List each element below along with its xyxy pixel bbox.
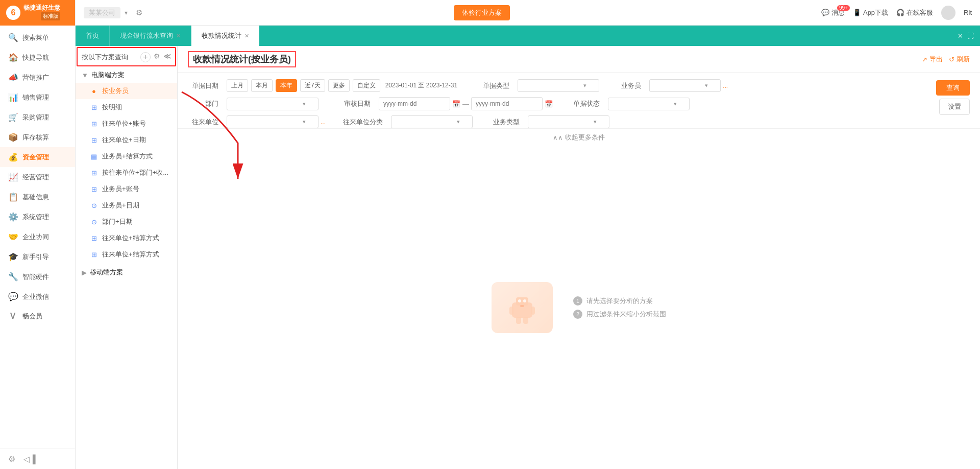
partner-dept-icon: ⊞ xyxy=(90,169,98,177)
sidebar-item-search[interactable]: 🔍 搜索菜单 xyxy=(0,28,75,48)
set-btn[interactable]: 设置 xyxy=(939,99,970,115)
review-date-cal2-icon[interactable]: 📅 xyxy=(545,100,553,108)
date-btn-more[interactable]: 更多 xyxy=(328,79,350,92)
empty-tip-2: 2 用过滤条件来缩小分析范围 xyxy=(573,310,666,319)
tree-child-dept-date[interactable]: ⊙ 部门+日期 xyxy=(76,214,177,230)
partner-class-select[interactable]: ▾ xyxy=(391,115,473,128)
collapse-label: 收起更多条件 xyxy=(565,133,605,142)
settings-gear-icon[interactable]: ⚙ xyxy=(8,454,15,464)
sidebar-item-base[interactable]: 📋 基础信息 xyxy=(0,187,75,207)
partner-settle2-icon: ⊞ xyxy=(90,251,98,259)
tree-child-label: 业务员+日期 xyxy=(102,201,139,210)
add-scheme-icon[interactable]: + xyxy=(140,52,151,62)
sidebar-item-stock[interactable]: 📦 库存核算 xyxy=(0,127,75,147)
sidebar-item-marketing[interactable]: 📣 营销推广 xyxy=(0,67,75,87)
svg-rect-5 xyxy=(509,307,513,315)
tree-root-desktop[interactable]: ▼ 电脑端方案 xyxy=(76,67,177,83)
sidebar-item-label: 系统管理 xyxy=(22,213,49,222)
app-download-btn[interactable]: 📱 App下载 xyxy=(853,8,888,17)
tree-child-partner-settle2[interactable]: ⊞ 往来单位+结算方式 xyxy=(76,246,177,263)
trial-btn[interactable]: 体验行业方案 xyxy=(454,5,510,20)
scheme-settings-icon[interactable]: ⚙ xyxy=(154,52,160,62)
partner-select[interactable]: ▾ xyxy=(227,115,318,128)
sidebar-item-label: 采购管理 xyxy=(22,113,49,122)
sidebar-item-guide[interactable]: 🎓 新手引导 xyxy=(0,247,75,267)
review-date-start[interactable] xyxy=(379,97,450,110)
collapse-sidebar-icon[interactable]: ◁▐ xyxy=(23,454,35,464)
sidebar-item-system[interactable]: ⚙️ 系统管理 xyxy=(0,207,75,227)
date-btn-prev-month[interactable]: 上月 xyxy=(227,79,248,92)
tab-home[interactable]: 首页 xyxy=(76,26,110,46)
biz-type-label: 业务类型 xyxy=(489,118,520,127)
date-btn-custom[interactable]: 自定义 xyxy=(353,79,380,92)
tab-receipt[interactable]: 收款情况统计 ✕ xyxy=(191,26,259,46)
window-close-icon[interactable]: ✕ xyxy=(958,32,963,40)
sidebar-item-label: 新手引导 xyxy=(22,252,49,262)
hardware-icon: 🔧 xyxy=(8,272,17,282)
partner-more-btn[interactable]: ... xyxy=(321,119,326,126)
doc-type-select[interactable]: ▾ xyxy=(518,79,599,92)
tree-child-partner-account[interactable]: ⊞ 往来单位+账号 xyxy=(76,115,177,132)
tree-child-salesperson-settle[interactable]: ▤ 业务员+结算方式 xyxy=(76,148,177,165)
tab-bank-close-icon[interactable]: ✕ xyxy=(176,33,181,39)
service-btn[interactable]: 🎧 在线客服 xyxy=(896,8,933,17)
wechat-icon: 💬 xyxy=(8,292,17,301)
query-btn[interactable]: 查询 xyxy=(936,80,970,96)
review-date-cal1-icon[interactable]: 📅 xyxy=(452,100,460,108)
sidebar-item-enterprise[interactable]: 🤝 企业协同 xyxy=(0,227,75,247)
tab-home-label: 首页 xyxy=(86,31,99,40)
salesperson-more-btn[interactable]: ... xyxy=(723,82,728,89)
tree-root-mobile[interactable]: ▶ 移动端方案 xyxy=(76,265,177,280)
tree-child-by-detail[interactable]: ⊞ 按明细 xyxy=(76,99,177,115)
sidebar-item-nav[interactable]: 🏠 快捷导航 xyxy=(0,48,75,67)
empty-content-row: 1 请先选择要分析的方案 2 用过滤条件来缩小分析范围 xyxy=(492,282,666,333)
review-date-end[interactable] xyxy=(471,97,543,110)
partner-class-label: 往来单位分类 xyxy=(342,118,383,127)
tab-bank[interactable]: 现金银行流水查询 ✕ xyxy=(110,26,191,46)
msg-badge: 99+ xyxy=(837,5,850,11)
export-btn[interactable]: ↗ 导出 xyxy=(922,55,943,64)
msg-btn[interactable]: 💬 消息 99+ xyxy=(821,8,845,17)
salesperson-arrow-icon: ▾ xyxy=(705,82,708,89)
sidebar-item-wechat[interactable]: 💬 企业微信 xyxy=(0,287,75,307)
date-btn-7days[interactable]: 近7天 xyxy=(300,79,325,92)
sidebar-item-member[interactable]: V 畅会员 xyxy=(0,307,75,326)
sidebar-item-finance[interactable]: 💰 资金管理 xyxy=(0,147,75,167)
topbar-gear-icon[interactable]: ⚙ xyxy=(136,8,142,17)
sidebar-item-operation[interactable]: 📈 经营管理 xyxy=(0,167,75,187)
sidebar-item-purchase[interactable]: 🛒 采购管理 xyxy=(0,107,75,127)
tree-child-label: 业务员+结算方式 xyxy=(102,152,153,161)
collapse-panel-icon[interactable]: ≪ xyxy=(163,52,171,62)
doc-status-select[interactable]: ▾ xyxy=(608,98,690,110)
salesperson-select[interactable]: ▾ xyxy=(649,79,721,92)
tree-child-partner-date[interactable]: ⊞ 往来单位+日期 xyxy=(76,132,177,148)
tree-child-salesperson-account[interactable]: ⊞ 业务员+账号 xyxy=(76,181,177,197)
refresh-btn[interactable]: ↺ 刷新 xyxy=(949,55,970,64)
window-maximize-icon[interactable]: ⛶ xyxy=(967,32,974,40)
tab-receipt-close-icon[interactable]: ✕ xyxy=(244,33,249,39)
tree-child-label: 按业务员 xyxy=(102,86,129,96)
tree-child-salesperson-date[interactable]: ⊙ 业务员+日期 xyxy=(76,197,177,214)
tree-child-partner-dept[interactable]: ⊞ 按往来单位+部门+收... xyxy=(76,165,177,181)
sidebar-item-sales[interactable]: 📊 销售管理 xyxy=(0,87,75,107)
doc-status-label: 单据状态 xyxy=(569,99,600,108)
salesperson-icon: ● xyxy=(90,87,98,95)
date-btn-cur-month[interactable]: 本月 xyxy=(251,79,273,92)
refresh-icon: ↺ xyxy=(949,56,954,63)
date-btn-cur-year[interactable]: 本年 xyxy=(276,79,297,92)
biz-type-arrow-icon: ▾ xyxy=(594,119,597,125)
collapse-bar[interactable]: ∧∧ 收起更多条件 xyxy=(178,128,980,146)
breadcrumb-dropdown-icon[interactable]: ▾ xyxy=(125,9,128,16)
tabbar: 首页 现金银行流水查询 ✕ 收款情况统计 ✕ ✕ ⛶ xyxy=(76,26,980,46)
user-name: Rit xyxy=(964,9,972,16)
tip-text-1: 请先选择要分析的方案 xyxy=(586,296,653,306)
operation-icon: 📈 xyxy=(8,172,17,182)
tree-child-by-salesperson[interactable]: ● 按业务员 xyxy=(76,83,177,99)
content-area: 按以下方案查询 + ⚙ ≪ ▼ 电脑端方案 ● 按业务员 xyxy=(76,46,980,469)
biz-type-select[interactable]: ▾ xyxy=(528,115,609,128)
user-avatar[interactable] xyxy=(941,6,955,20)
sidebar-item-hardware[interactable]: 🔧 智能硬件 xyxy=(0,267,75,287)
tree-child-partner-settle1[interactable]: ⊞ 往来单位+结算方式 xyxy=(76,230,177,246)
dept-date-icon: ⊙ xyxy=(90,218,98,226)
dept-select[interactable]: ▾ xyxy=(227,98,318,110)
